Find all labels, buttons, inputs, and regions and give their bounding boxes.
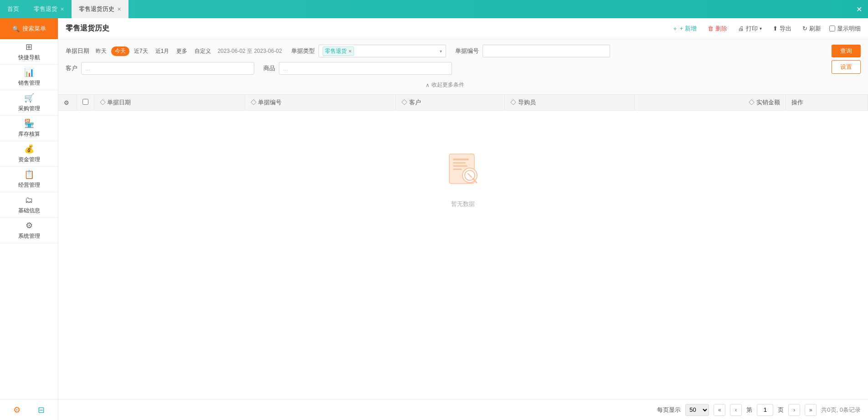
number-filter-label: 单据编号 [455,47,479,55]
sidebar-item-finance-label: 资金管理 [18,156,40,164]
col-ops: 操作 [786,95,868,111]
sidebar-search-label: 搜索菜单 [22,25,46,33]
delete-icon: 🗑 [708,25,714,32]
col-ops-label: 操作 [791,99,803,106]
tab-retail-return[interactable]: 零售退货 ✕ [26,0,72,18]
sidebar-bottom: ⚙ ⊟ [0,399,58,420]
new-button[interactable]: ＋ + 新增 [669,23,699,35]
page-number-input[interactable] [757,404,773,416]
tab-retail-return-history[interactable]: 零售退货历史 ✕ [72,0,128,18]
tab-home[interactable]: 首页 [0,0,26,18]
customer-filter-input[interactable]: ... [81,62,254,75]
print-icon: 🖨 [738,25,744,32]
print-button[interactable]: 🖨 打印 ▾ [735,23,765,35]
pagination-bar: 每页显示 50 10 20 100 « ‹ 第 页 › » 共0页, 0条记录 [58,399,868,420]
goods-filter-label: 商品 [263,64,275,72]
svg-rect-3 [453,165,467,167]
goods-placeholder: ... [283,65,288,72]
customer-filter-item: 客户 ... [66,62,254,75]
set-button[interactable]: 设置 [832,60,861,74]
sidebar-collapse-button[interactable]: ⊟ [38,405,45,415]
goods-filter-item: 商品 ... [263,62,452,75]
col-customer: ◇ 客户 [395,95,504,111]
empty-text: 暂无数据 [451,200,475,208]
export-button[interactable]: ⬆ 导出 [770,23,794,35]
finance-icon: 💰 [24,144,34,154]
collapse-up-icon: ∧ [426,82,430,88]
delete-label: 删除 [715,25,727,33]
delete-button[interactable]: 🗑 删除 [705,23,730,35]
sidebar-item-basic-info-label: 基础信息 [18,207,40,215]
print-label: 打印 [746,25,758,33]
collapse-button[interactable]: ∧ 收起更多条件 [66,79,824,92]
first-page-button[interactable]: « [714,404,725,416]
query-button[interactable]: 查询 [832,45,861,57]
number-filter-item: 单据编号 [455,45,610,57]
page-total-text: 共0页, 0条记录 [821,406,861,414]
sidebar-search-button[interactable]: 🔍 搜索菜单 [0,18,58,39]
sidebar-item-basic-info[interactable]: 🗂 基础信息 [0,192,58,218]
sidebar-item-purchase[interactable]: 🛒 采购管理 [0,90,58,116]
col-number: ◇ 单据编号 [245,95,395,111]
col-gear: ⚙ [58,95,77,111]
sidebar-item-sales[interactable]: 📊 销售管理 [0,65,58,90]
content-area: 零售退货历史 ＋ + 新增 🗑 删除 🖨 打印 ▾ ⬆ 导出 [58,18,868,420]
goods-filter-input[interactable]: ... [279,62,452,75]
gear-icon[interactable]: ⚙ [64,99,69,106]
last-page-button[interactable]: » [805,404,817,416]
type-filter-select[interactable]: 零售退货 ✕ ▾ [318,45,446,57]
sidebar-item-finance[interactable]: 💰 资金管理 [0,141,58,167]
customer-filter-label: 客户 [66,64,77,72]
type-filter-item: 单据类型 零售退货 ✕ ▾ [291,45,446,57]
col-customer-label: ◇ 客户 [401,99,421,106]
export-label: 导出 [780,25,791,33]
show-detail-label: 显示明细 [837,25,861,33]
operations-icon: 📋 [24,169,34,179]
export-icon: ⬆ [773,25,778,32]
sidebar-item-system[interactable]: ⚙ 系统管理 [0,218,58,243]
sidebar-menu: ⊞ 快捷导航 📊 销售管理 🛒 采购管理 🏪 库存核算 💰 资金管理 📋 [0,39,58,399]
svg-rect-4 [453,169,462,170]
system-icon: ⚙ [26,220,33,230]
window-close-button[interactable]: ✕ [850,0,868,18]
date-filter-buttons: 昨天 今天 近7天 近1月 更多 自定义 [93,46,214,56]
date-range-text: 2023-06-02 至 2023-06-02 [217,47,282,55]
number-filter-input[interactable] [483,45,610,57]
date-btn-yesterday[interactable]: 昨天 [93,46,109,56]
refresh-label: 刷新 [809,25,821,33]
filter-main: 单据日期 昨天 今天 近7天 近1月 更多 自定义 2023-06-02 至 2… [66,45,824,92]
sidebar-item-inventory[interactable]: 🏪 库存核算 [0,116,58,141]
data-table: ⚙ ◇ 单据日期 ◇ 单据编号 ◇ 客户 [58,95,868,245]
sidebar-item-operations[interactable]: 📋 经营管理 [0,167,58,192]
refresh-button[interactable]: ↻ 刷新 [800,23,824,35]
tab-home-label: 首页 [7,5,19,13]
date-btn-today[interactable]: 今天 [111,46,129,56]
tab-bar: 首页 零售退货 ✕ 零售退货历史 ✕ [0,0,850,18]
show-detail-checkbox[interactable] [829,26,835,31]
sidebar-settings-button[interactable]: ⚙ [13,405,21,415]
page-label: 第 [746,406,752,414]
date-btn-7days[interactable]: 近7天 [131,46,151,56]
date-btn-custom[interactable]: 自定义 [192,46,214,56]
tab-retail-return-close[interactable]: ✕ [60,6,64,12]
date-btn-more[interactable]: 更多 [174,46,190,56]
filter-section: 单据日期 昨天 今天 近7天 近1月 更多 自定义 2023-06-02 至 2… [66,45,861,92]
type-tag-close[interactable]: ✕ [348,49,352,54]
select-all-checkbox[interactable] [82,99,88,105]
new-label: + 新增 [680,25,697,33]
sidebar-item-system-label: 系统管理 [18,232,40,240]
next-page-button[interactable]: › [788,404,800,416]
sidebar-item-operations-label: 经营管理 [18,181,40,189]
tab-retail-return-history-close[interactable]: ✕ [117,6,121,12]
sales-icon: 📊 [24,67,34,77]
col-number-label: ◇ 单据编号 [251,99,282,106]
customer-placeholder: ... [85,65,90,72]
date-btn-1month[interactable]: 近1月 [153,46,172,56]
prev-page-button[interactable]: ‹ [730,404,742,416]
sidebar-item-quick-nav[interactable]: ⊞ 快捷导航 [0,39,58,65]
per-page-select[interactable]: 50 10 20 100 [685,404,709,416]
page-title: 零售退货历史 [66,24,109,33]
type-select-chevron-icon: ▾ [440,49,442,54]
print-chevron-icon: ▾ [760,26,762,31]
col-amount: ◇ 实销金额 [635,95,786,111]
